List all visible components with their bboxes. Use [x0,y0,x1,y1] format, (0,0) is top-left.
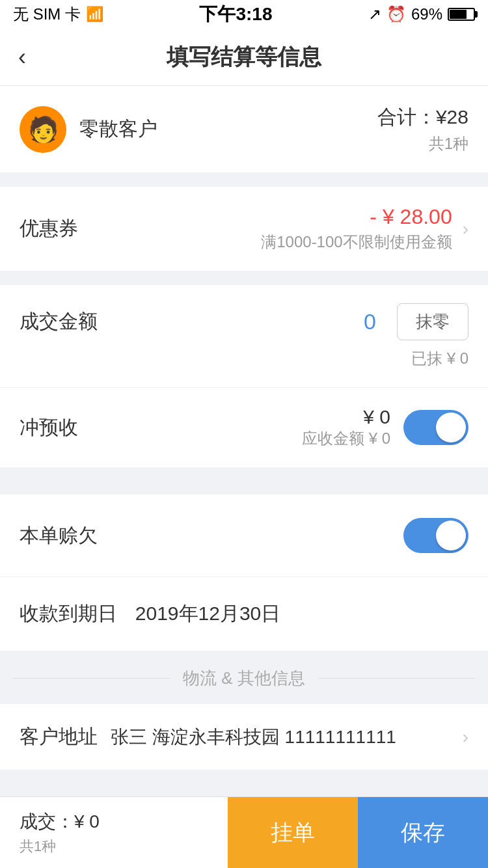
coupon-row[interactable]: 优惠券 - ¥ 28.00 满1000-100不限制使用金额 › [0,187,488,271]
transaction-sub-text: 已抹 ¥ 0 [411,348,468,369]
coupon-right: - ¥ 28.00 满1000-100不限制使用金额 › [261,205,468,252]
address-value: 张三 海淀永丰科技园 11111111111 [111,725,463,750]
prepay-label: 冲预收 [20,414,78,441]
credit-toggle-knob [436,521,466,550]
prepay-sub: 应收金额 ¥ 0 [302,428,390,449]
customer-name: 零散客户 [79,116,157,142]
total-amount: 合计：¥28 [377,104,468,131]
transaction-label: 成交金额 [20,308,98,335]
coupon-amount: - ¥ 28.00 [261,205,452,229]
due-date-value: 2019年12月30日 [135,603,280,624]
prepay-toggle-knob [436,413,466,442]
coupon-section[interactable]: 优惠券 - ¥ 28.00 满1000-100不限制使用金额 › [0,187,488,271]
alarm-icon: ⏰ [386,5,406,23]
prepay-value-block: ¥ 0 应收金额 ¥ 0 [302,406,390,449]
avatar: 🧑 [20,106,66,153]
due-date-row: 收款到期日 2019年12月30日 [0,577,488,651]
customer-section: 🧑 零散客户 合计：¥28 共1种 [0,86,488,172]
avatar-icon: 🧑 [28,115,59,144]
bottom-bar: 成交：¥ 0 共1种 挂单 保存 [0,796,488,868]
location-icon: ↗ [368,5,381,23]
address-chevron-icon: › [463,727,468,748]
prepay-row: 冲预收 ¥ 0 应收金额 ¥ 0 [0,387,488,467]
divider-1 [0,174,488,187]
coupon-label: 优惠券 [20,215,78,242]
battery-icon [448,8,475,21]
transaction-sub-row: 已抹 ¥ 0 [0,348,488,387]
bottom-transaction: 成交：¥ 0 [20,809,208,834]
customer-right: 合计：¥28 共1种 [377,104,468,154]
credit-row: 本单赊欠 [0,495,488,577]
coupon-desc: 满1000-100不限制使用金额 [261,232,452,252]
logistics-line-right [318,678,475,679]
main-content: 🧑 零散客户 合计：¥28 共1种 优惠券 - ¥ 28.00 满1000-10… [0,86,488,848]
status-bar: 无 SIM 卡 📶 下午3:18 ↗ ⏰ 69% [0,0,488,29]
battery-text: 69% [411,5,442,23]
credit-label: 本单赊欠 [20,522,98,549]
nav-bar: ‹ 填写结算等信息 [0,29,488,86]
transaction-row: 成交金额 0 抹零 [0,285,488,348]
due-date-label: 收款到期日 [20,603,117,624]
save-button[interactable]: 保存 [358,797,488,868]
wifi-icon: 📶 [86,6,103,23]
bottom-transaction-value: ¥ 0 [74,811,100,832]
prepay-right: ¥ 0 应收金额 ¥ 0 [302,406,468,449]
bottom-count: 共1种 [20,837,208,856]
divider-3 [0,468,488,481]
back-button[interactable]: ‹ [18,44,26,71]
credit-section: 本单赊欠 收款到期日 2019年12月30日 [0,495,488,651]
hang-button[interactable]: 挂单 [228,797,358,868]
address-label: 客户地址 [20,724,98,750]
bottom-info: 成交：¥ 0 共1种 [0,797,228,868]
logistics-label: 物流 & 其他信息 [183,667,305,690]
customer-left: 🧑 零散客户 [20,106,157,153]
round-button[interactable]: 抹零 [397,303,468,340]
prepay-amount: ¥ 0 [302,406,390,428]
divider-2 [0,272,488,285]
status-time: 下午3:18 [199,2,272,27]
transaction-value[interactable]: 0 [364,309,376,334]
logistics-divider: 物流 & 其他信息 [0,652,488,704]
carrier-text: 无 SIM 卡 [13,4,81,25]
logistics-line-left [13,678,170,679]
credit-toggle[interactable] [403,518,468,553]
coupon-chevron-icon: › [463,219,468,239]
status-right: ↗ ⏰ 69% [368,5,475,23]
total-count: 共1种 [377,133,468,154]
coupon-value-container: - ¥ 28.00 满1000-100不限制使用金额 [261,205,452,252]
transaction-right: 0 抹零 [364,303,468,340]
prepay-toggle[interactable] [403,410,468,445]
address-section[interactable]: 客户地址 张三 海淀永丰科技园 11111111111 › [0,704,488,770]
transaction-section: 成交金额 0 抹零 已抹 ¥ 0 冲预收 ¥ 0 应收金额 ¥ 0 [0,285,488,467]
page-title: 填写结算等信息 [167,42,321,72]
status-left: 无 SIM 卡 📶 [13,4,103,25]
bottom-transaction-label: 成交： [20,811,74,832]
